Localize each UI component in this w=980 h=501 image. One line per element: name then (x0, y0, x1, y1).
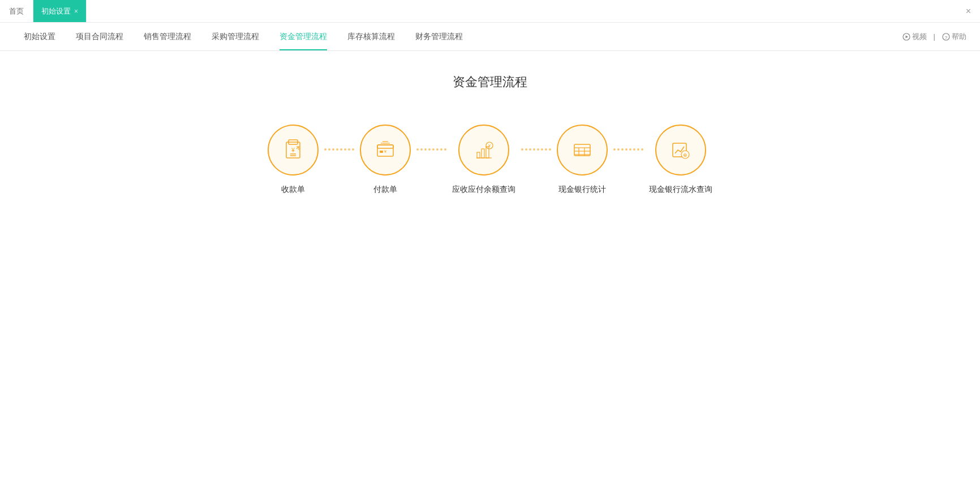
svg-rect-8 (377, 145, 393, 148)
payment-icon: ¥ (373, 138, 398, 162)
flow-label-cash-bank: 现金银行统计 (558, 185, 606, 195)
svg-marker-1 (905, 35, 908, 38)
video-icon (902, 33, 910, 41)
home-tab[interactable]: 首页 (0, 0, 33, 22)
flow-item-cash-bank[interactable]: 现金银行统计 (557, 125, 608, 195)
main-content: 资金管理流程 ¥ 收款单 (0, 51, 980, 501)
nav-item-initial-setup[interactable]: 初始设置 (14, 23, 66, 50)
flow-item-receipt[interactable]: ¥ 收款单 (268, 125, 319, 195)
nav-bar-right: 视频 | ? 帮助 (902, 32, 966, 42)
help-icon: ? (942, 33, 950, 41)
active-tab-label: 初始设置 (41, 6, 71, 16)
receipt-icon: ¥ (281, 138, 306, 162)
flow-circle-receipt: ¥ (268, 125, 319, 175)
flow-circle-cash-bank (557, 125, 608, 175)
page-title: 资金管理流程 (34, 74, 946, 91)
nav-bar: 初始设置 项目合同流程 销售管理流程 采购管理流程 资金管理流程 库存核算流程 … (0, 23, 980, 51)
help-link[interactable]: ? 帮助 (942, 32, 966, 42)
help-divider: | (934, 32, 935, 41)
connector-4 (608, 148, 649, 151)
flow-item-balance[interactable]: ¥ 应收应付余额查询 (452, 125, 515, 195)
svg-rect-11 (477, 152, 480, 158)
connector-3 (515, 148, 557, 151)
connector-1 (319, 148, 360, 151)
flow-item-payment[interactable]: ¥ 付款单 (360, 125, 411, 195)
cash-bank-icon (570, 138, 595, 162)
svg-text:?: ? (945, 35, 948, 40)
video-link[interactable]: 视频 (902, 32, 927, 42)
nav-item-purchase[interactable]: 采购管理流程 (201, 23, 269, 50)
window-close-button[interactable]: × (966, 6, 971, 16)
flow-label-cash-flow: 现金银行流水查询 (649, 185, 712, 195)
flow-label-payment: 付款单 (373, 185, 397, 195)
svg-text:¥: ¥ (291, 147, 295, 153)
flow-circle-balance: ¥ (458, 125, 509, 175)
svg-rect-9 (380, 151, 383, 153)
top-bar: 首页 初始设置 × × (0, 0, 980, 23)
nav-item-inventory[interactable]: 库存核算流程 (337, 23, 405, 50)
tab-close-icon[interactable]: × (74, 7, 78, 15)
svg-text:¥: ¥ (384, 149, 387, 154)
flow-label-receipt: 收款单 (281, 185, 305, 195)
svg-text:¥: ¥ (488, 144, 491, 148)
nav-item-capital[interactable]: 资金管理流程 (269, 23, 337, 50)
balance-icon: ¥ (471, 138, 496, 162)
flow-item-cash-flow[interactable]: ⊕ 现金银行流水查询 (649, 125, 712, 195)
svg-text:⊕: ⊕ (683, 152, 687, 158)
svg-rect-12 (482, 149, 484, 158)
top-bar-right: × (957, 6, 980, 16)
nav-item-project-contract[interactable]: 项目合同流程 (66, 23, 134, 50)
flow-circle-payment: ¥ (360, 125, 411, 175)
flow-container: ¥ 收款单 (34, 125, 946, 195)
flow-label-balance: 应收应付余额查询 (452, 185, 515, 195)
nav-item-finance[interactable]: 财务管理流程 (405, 23, 473, 50)
connector-2 (411, 148, 452, 151)
nav-item-sales[interactable]: 销售管理流程 (134, 23, 201, 50)
cash-flow-icon: ⊕ (668, 138, 693, 162)
active-tab[interactable]: 初始设置 × (33, 0, 87, 22)
flow-circle-cash-flow: ⊕ (655, 125, 706, 175)
svg-rect-16 (574, 144, 590, 156)
